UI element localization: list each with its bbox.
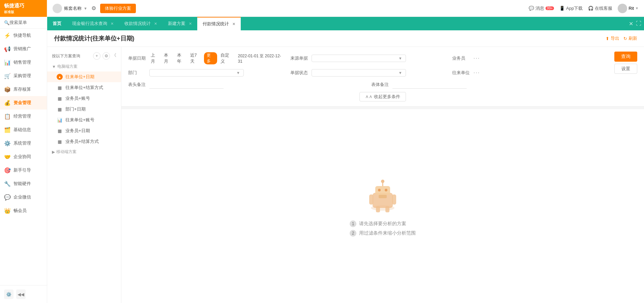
scheme-item-staff-account[interactable]: ▦ 业务员+账号: [47, 93, 121, 104]
filter-settings-button[interactable]: 设置: [614, 64, 637, 74]
filter-dept-group: 部门 ▼: [128, 69, 284, 77]
scheme-settings-icon[interactable]: ⚙: [103, 52, 110, 60]
sidebar: 畅捷通巧 标准版 🔍 搜索菜单 ⚡ 快捷导航 📢 营销推广 📊 销售管理 🛒 采…: [0, 0, 47, 303]
tab-home[interactable]: 首页: [47, 17, 67, 30]
sidebar-item-marketing[interactable]: 📢 营销推广: [0, 42, 47, 56]
sidebar-item-operation[interactable]: 📋 经营管理: [0, 110, 47, 123]
doc-status-label: 单据状态: [290, 70, 309, 76]
phone-icon: 📱: [559, 6, 565, 11]
messages-badge: 99+: [546, 6, 554, 10]
collapse-conditions-button[interactable]: ∧∧ 收起更多条件: [359, 92, 406, 101]
empty-tips: 1 请先选择要分析的方案 2 用过滤条件来缩小分析范围: [350, 220, 416, 237]
sidebar-item-wechat[interactable]: 💬 企业微信: [0, 190, 47, 204]
tab-receipt-stats-close[interactable]: ✕: [154, 22, 157, 26]
scheme-item-label: 业务员+日期: [65, 128, 90, 134]
left-panel: 按以下方案查询 + ⚙ 《 ▼ 电脑端方案 ● 往来单位+日期: [47, 47, 121, 303]
quick-nav-icon: ⚡: [4, 32, 11, 39]
sidebar-item-member[interactable]: 👑 畅会员: [0, 204, 47, 217]
sidebar-bottom: ⚙️ ◀◀: [0, 285, 47, 303]
sidebar-item-hardware[interactable]: 🔧 智能硬件: [0, 177, 47, 190]
settings-gear-icon[interactable]: ⚙: [91, 5, 96, 11]
sidebar-item-label: 企业协同: [13, 154, 31, 160]
tab-new-scheme[interactable]: 新建方案 ✕: [163, 17, 197, 30]
dept-select[interactable]: ▼: [149, 69, 244, 77]
scheme-item-dept-date[interactable]: ▦ 部门+日期: [47, 104, 121, 115]
date-opt-this-year[interactable]: 本年: [176, 52, 187, 65]
collapse-panel-icon[interactable]: 《: [112, 52, 116, 60]
sidebar-item-system[interactable]: ⚙️ 系统管理: [0, 137, 47, 150]
topbar-user[interactable]: Rit ▼: [618, 4, 639, 13]
header-note-input[interactable]: [149, 81, 224, 89]
page-header-actions: ⬆ 导出 ↻ 刷新: [606, 35, 637, 41]
tab-new-scheme-close[interactable]: ✕: [189, 22, 192, 26]
online-service-action[interactable]: 🎧 在线客服: [588, 5, 612, 11]
sidebar-item-purchase[interactable]: 🛒 采购管理: [0, 69, 47, 83]
purchase-icon: 🛒: [4, 72, 11, 79]
collapse-sidebar-icon[interactable]: ◀◀: [16, 290, 26, 299]
table-icon-3: ▦: [57, 106, 63, 112]
date-label: 单据日期: [128, 55, 147, 61]
tab-bank-flow[interactable]: 现金银行流水查询 ✕: [67, 17, 119, 30]
scheme-item-staff-date[interactable]: ▦ 业务员+日期: [47, 125, 121, 136]
body-note-input[interactable]: [392, 81, 467, 89]
sidebar-item-enterprise[interactable]: 🤝 企业协同: [0, 150, 47, 163]
content-area: 付款情况统计(往来单位+日期) ⬆ 导出 ↻ 刷新 按以下方案查询 +: [47, 30, 644, 303]
wechat-icon: 💬: [4, 194, 11, 201]
source-label: 来源单据: [290, 55, 309, 61]
settings-bottom-icon[interactable]: ⚙️: [4, 290, 13, 299]
collapse-label: 收起更多条件: [374, 94, 400, 99]
messages-action[interactable]: 💬 消息 99+: [529, 5, 554, 11]
source-select[interactable]: ▼: [312, 55, 406, 62]
date-opt-7days[interactable]: 近7天: [189, 52, 202, 65]
tab-new-scheme-label: 新建方案: [168, 21, 185, 27]
sidebar-item-fund[interactable]: 💰 资金管理: [0, 96, 47, 110]
sidebar-item-guide[interactable]: 🎯 新手引导: [0, 163, 47, 177]
query-button[interactable]: 查询: [614, 52, 637, 62]
export-button[interactable]: ⬆ 导出: [606, 35, 619, 41]
filter-header-note-group: 表头备注: [128, 81, 364, 89]
sidebar-search[interactable]: 🔍 搜索菜单: [0, 17, 47, 29]
add-scheme-icon[interactable]: +: [93, 52, 100, 60]
date-opt-this-month[interactable]: 本月: [163, 52, 174, 65]
tab-payment-stats-close[interactable]: ✕: [232, 22, 235, 26]
sidebar-item-inventory[interactable]: 📦 库存核算: [0, 83, 47, 96]
close-all-tabs-icon[interactable]: ✕: [629, 21, 633, 27]
tab-bank-flow-close[interactable]: ✕: [111, 22, 114, 26]
marketing-icon: 📢: [4, 46, 11, 52]
refresh-button[interactable]: ↻ 刷新: [623, 35, 637, 41]
topbar: 账套名称 ▼ ⚙ 体验行业方案 💬 消息 99+ 📱 App下载 🎧 在线客服 …: [47, 0, 644, 17]
tab-receipt-stats[interactable]: 收款情况统计 ✕: [119, 17, 163, 30]
app-download-action[interactable]: 📱 App下载: [559, 5, 583, 11]
filter-row-3: 表头备注 表体备注: [128, 81, 608, 89]
sidebar-item-sales[interactable]: 📊 销售管理: [0, 56, 47, 69]
tab-payment-stats[interactable]: 付款情况统计 ✕: [197, 17, 241, 30]
section-mobile[interactable]: ▶ 移动端方案: [47, 147, 121, 157]
scheme-item-label: 往来单位+账号: [65, 117, 94, 123]
sidebar-item-label: 畅会员: [13, 208, 27, 214]
date-opt-more[interactable]: 更多: [204, 52, 217, 64]
headset-icon: 🎧: [588, 6, 593, 11]
sales-icon: 📊: [4, 59, 11, 66]
maximize-icon[interactable]: ⛶: [636, 21, 641, 27]
date-opt-last-month[interactable]: 上月: [149, 52, 160, 65]
scheme-item-partner-date[interactable]: ● 往来单位+日期: [47, 71, 121, 82]
doc-status-select[interactable]: ▼: [312, 69, 406, 77]
scheme-item-partner-account[interactable]: 📊 往来单位+账号: [47, 115, 121, 125]
date-opt-custom[interactable]: 自定义: [219, 52, 234, 65]
staff-dots[interactable]: ···: [473, 55, 480, 61]
svg-rect-8: [376, 206, 380, 212]
scheme-item-staff-settle[interactable]: ▦ 业务员+结算方式: [47, 136, 121, 147]
user-name: Rit: [628, 6, 634, 11]
main-area: 账套名称 ▼ ⚙ 体验行业方案 💬 消息 99+ 📱 App下载 🎧 在线客服 …: [47, 0, 644, 303]
trial-btn[interactable]: 体验行业方案: [100, 4, 136, 13]
dept-label: 部门: [128, 70, 147, 76]
sidebar-item-quick-nav[interactable]: ⚡ 快捷导航: [0, 29, 47, 42]
sidebar-item-basic[interactable]: 🗂️ 基础信息: [0, 123, 47, 137]
sidebar-item-label: 经营管理: [13, 113, 31, 119]
partner-dots[interactable]: ···: [473, 70, 480, 76]
scheme-item-partner-settle[interactable]: ▦ 往来单位+结算方式: [47, 82, 121, 93]
section-pc[interactable]: ▼ 电脑端方案: [47, 62, 121, 71]
topbar-actions: 💬 消息 99+ 📱 App下载 🎧 在线客服 Rit ▼: [529, 4, 639, 13]
sidebar-item-label: 基础信息: [13, 127, 31, 133]
scheme-item-label: 业务员+账号: [65, 95, 90, 101]
